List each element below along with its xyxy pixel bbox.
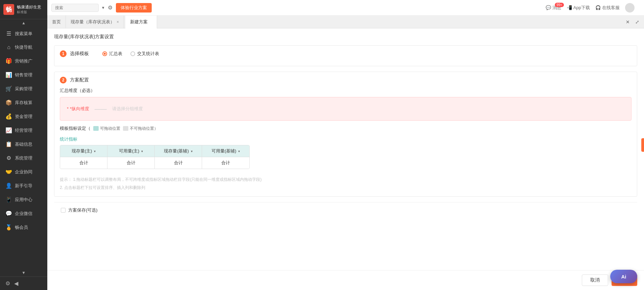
radio-cross-circle bbox=[130, 51, 135, 56]
sidebar-item-operations[interactable]: 📈 经营管理 bbox=[0, 123, 47, 137]
industry-btn[interactable]: 体验行业方案 bbox=[116, 3, 152, 13]
page-inner: 现存量(库存状况表)方案设置 1 选择模板 汇总表 bbox=[47, 28, 644, 270]
radio-summary[interactable]: 汇总表 bbox=[102, 51, 122, 57]
main-wrapper: ▾ ⚙ 体验行业方案 💬 消息 99+ 📲 App下载 🎧 在线客服 bbox=[47, 0, 644, 290]
sidebar-item-purchase[interactable]: 🛒 采购管理 bbox=[0, 82, 47, 96]
sidebar-logo: 畅 畅康通好生意 标准版 bbox=[0, 0, 47, 19]
stats-col-3: 可用量(基辅) ▾ bbox=[202, 145, 249, 157]
tab-inventory-label: 现存量（库存状况表） bbox=[71, 19, 115, 25]
app-download-btn[interactable]: 📲 App下载 bbox=[567, 5, 590, 11]
online-service-btn[interactable]: 🎧 在线客服 bbox=[595, 5, 620, 11]
radio-cross[interactable]: 交叉统计表 bbox=[130, 51, 159, 57]
sidebar-nav: ☰ 搜索菜单 ⌂ 快捷导航 🎁 营销推广 📊 销售管理 🛒 采购管理 📦 库存核… bbox=[0, 27, 47, 269]
dim-placeholder: 请选择分组维度 bbox=[112, 106, 143, 112]
sidebar: 畅 畅康通好生意 标准版 ▲ ☰ 搜索菜单 ⌂ 快捷导航 🎁 营销推广 📊 销售… bbox=[0, 0, 47, 290]
app-name: 畅康通好生意 bbox=[17, 4, 41, 10]
tab-home[interactable]: 首页 bbox=[47, 16, 66, 28]
wechat-icon: 💬 bbox=[5, 210, 12, 217]
step1-section: 1 选择模板 汇总表 交叉统计表 bbox=[54, 45, 637, 66]
step2-section: 2 方案配置 汇总维度（必选） * *纵向维度 —— 请选择分组维度 bbox=[54, 72, 637, 197]
clipboard-icon: 📋 bbox=[5, 141, 12, 147]
sidebar-item-newbie[interactable]: 👤 新手引导 bbox=[0, 179, 47, 193]
radio-cross-label: 交叉统计表 bbox=[137, 51, 159, 57]
tab-inventory-close[interactable]: × bbox=[117, 20, 119, 24]
sidebar-item-label: 系统管理 bbox=[15, 155, 32, 161]
app-version: 标准版 bbox=[17, 10, 41, 15]
sidebar-scroll-up[interactable]: ▲ bbox=[0, 19, 47, 27]
user-icon: 👤 bbox=[5, 183, 12, 189]
panel-close-btn[interactable]: ✕ bbox=[624, 18, 632, 26]
save-label: 方案保存(可选) bbox=[68, 207, 98, 213]
sidebar-item-cooperation[interactable]: 🤝 企业协同 bbox=[0, 165, 47, 179]
cancel-button[interactable]: 取消 bbox=[582, 274, 608, 286]
topbar-gear-icon[interactable]: ⚙ bbox=[108, 4, 113, 11]
sidebar-item-member[interactable]: 🏅 畅会员 bbox=[0, 220, 47, 234]
save-option: 方案保存(可选) bbox=[54, 202, 637, 218]
operations-icon: 📈 bbox=[5, 127, 12, 134]
action-bar: 取消 查询 bbox=[47, 270, 644, 290]
sidebar-item-sales[interactable]: 📊 销售管理 bbox=[0, 68, 47, 82]
message-btn[interactable]: 💬 消息 99+ bbox=[546, 5, 561, 11]
sidebar-item-app-center[interactable]: 📱 应用中心 bbox=[0, 193, 47, 207]
dim-selector[interactable]: * *纵向维度 —— 请选择分组维度 bbox=[60, 97, 631, 121]
collapse-icon[interactable]: ◀ bbox=[14, 280, 18, 287]
stats-body-cell-0: 合计 bbox=[60, 157, 107, 169]
sidebar-item-inventory[interactable]: 📦 库存核算 bbox=[0, 96, 47, 110]
step2-badge: 2 bbox=[60, 77, 67, 83]
required-star: * bbox=[67, 106, 69, 111]
resize-handle[interactable] bbox=[641, 138, 644, 152]
sidebar-item-quick-nav[interactable]: ⌂ 快捷导航 bbox=[0, 41, 47, 54]
search-input[interactable] bbox=[51, 4, 99, 12]
search-menu-icon: ☰ bbox=[5, 30, 12, 37]
sidebar-item-enterprise-wechat[interactable]: 💬 企业微信 bbox=[0, 207, 47, 220]
app-download-label: App下载 bbox=[573, 5, 590, 11]
step2-header: 2 方案配置 bbox=[60, 77, 631, 83]
step2-title: 方案配置 bbox=[70, 77, 89, 83]
sidebar-item-finance[interactable]: 💰 资金管理 bbox=[0, 110, 47, 123]
ai-float-button[interactable]: Ai bbox=[610, 270, 637, 283]
tab-new-scheme[interactable]: 新建方案 × bbox=[125, 16, 157, 28]
sidebar-item-label: 基础信息 bbox=[15, 141, 32, 147]
box-icon: 📦 bbox=[5, 99, 12, 106]
stats-header-cell-3[interactable]: 可用量(基辅) ▾ bbox=[202, 145, 249, 157]
save-checkbox[interactable] bbox=[61, 208, 66, 213]
sidebar-item-label: 营销推广 bbox=[15, 58, 32, 64]
tab-home-label: 首页 bbox=[52, 19, 61, 25]
stats-col-2: 现存量(基辅) ▾ bbox=[155, 145, 202, 157]
tab-inventory[interactable]: 现存量（库存状况表） × bbox=[66, 16, 124, 28]
step1-header: 1 选择模板 汇总表 交叉统计表 bbox=[60, 50, 631, 57]
dim-required-label: * *纵向维度 bbox=[67, 106, 89, 112]
sidebar-item-label: 快捷导航 bbox=[15, 44, 32, 50]
stats-header-cell-2[interactable]: 现存量(基辅) ▾ bbox=[155, 145, 202, 157]
stats-body-col-2: 合计 bbox=[155, 157, 202, 169]
panel-expand-btn[interactable]: ⤢ bbox=[633, 18, 641, 26]
user-avatar[interactable] bbox=[625, 3, 635, 13]
panel-controls: ✕ ⤢ bbox=[624, 18, 644, 26]
message-badge: 99+ bbox=[555, 3, 564, 7]
stats-header-cell-0[interactable]: 现存量(主) ▾ bbox=[60, 145, 107, 157]
sidebar-item-label: 企业微信 bbox=[15, 211, 32, 217]
stats-body-cell-2: 合计 bbox=[155, 157, 202, 169]
sidebar-item-system[interactable]: ⚙ 系统管理 bbox=[0, 151, 47, 165]
legend-non-draggable: 不可拖动位置） bbox=[123, 126, 158, 131]
page-title: 现存量(库存状况表)方案设置 bbox=[54, 34, 637, 40]
sidebar-item-basic-info[interactable]: 📋 基础信息 bbox=[0, 137, 47, 151]
service-icon: 🎧 bbox=[595, 5, 601, 10]
stats-table: 现存量(主) ▾ 可用量(主) ▾ bbox=[60, 145, 250, 169]
stats-body-col-0: 合计 bbox=[60, 157, 107, 169]
indicator-settings: 模板指标设定（ 可拖动位置 不可拖动位置） bbox=[60, 125, 631, 131]
handshake-icon: 🤝 bbox=[5, 169, 12, 175]
stats-table-body: 合计 合计 合计 合计 bbox=[60, 157, 249, 169]
sidebar-item-search[interactable]: ☰ 搜索菜单 bbox=[0, 27, 47, 41]
dropdown-icon[interactable]: ▾ bbox=[102, 5, 104, 10]
sidebar-scroll-down[interactable]: ▼ bbox=[0, 269, 47, 276]
stats-header-cell-1[interactable]: 可用量(主) ▾ bbox=[107, 145, 154, 157]
sidebar-item-marketing[interactable]: 🎁 营销推广 bbox=[0, 54, 47, 68]
service-label: 在线客服 bbox=[602, 5, 620, 11]
sidebar-item-label: 畅会员 bbox=[15, 224, 28, 231]
sidebar-item-label: 采购管理 bbox=[15, 86, 32, 92]
settings-icon[interactable]: ⚙ bbox=[5, 280, 10, 287]
money-icon: 💰 bbox=[5, 113, 12, 120]
tab-new-scheme-close[interactable]: × bbox=[150, 20, 152, 24]
draggable-box bbox=[93, 126, 99, 131]
